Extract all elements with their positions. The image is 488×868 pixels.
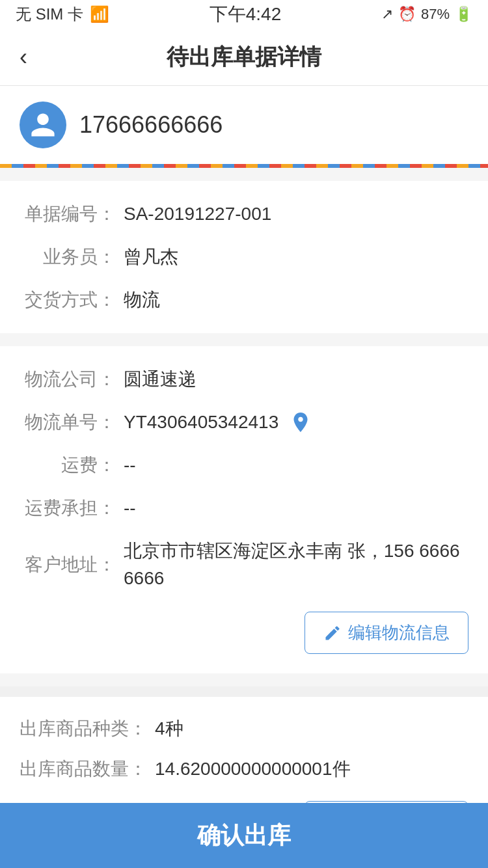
address-row: 客户地址： 北京市市辖区海淀区永丰南 张，156 6666 6666: [20, 537, 468, 592]
address-label: 客户地址：: [20, 551, 124, 578]
section-separator: [0, 686, 488, 697]
salesperson-row: 业务员： 曾凡杰: [20, 243, 468, 271]
confirm-outbound-button[interactable]: 确认出库: [0, 803, 488, 868]
goods-types-row: 出库商品种类： 4种: [20, 716, 468, 741]
alarm-icon: ⏰: [398, 6, 416, 23]
logistics-company-label: 物流公司：: [20, 366, 124, 393]
tracking-row: 物流单号： YT4306405342413: [20, 409, 468, 436]
order-no-label: 单据编号：: [20, 200, 124, 228]
goods-quantity-value: 14.620000000000001件: [155, 757, 468, 781]
logistics-company-value: 圆通速递: [124, 366, 468, 393]
freight-bear-value: --: [124, 495, 468, 522]
tracking-number: YT4306405342413: [124, 409, 278, 436]
address-value: 北京市市辖区海淀区永丰南 张，156 6666 6666: [124, 537, 468, 592]
delivery-value: 物流: [124, 286, 468, 314]
edit-logistics-label: 编辑物流信息: [348, 621, 450, 644]
goods-types-label: 出库商品种类：: [20, 716, 155, 741]
main-content: 17666666666 单据编号： SA-20191227-001 业务员： 曾…: [0, 86, 488, 868]
customer-section: 17666666666: [0, 86, 488, 164]
edit-btn-wrap: 编辑物流信息: [20, 612, 468, 654]
edit-logistics-button[interactable]: 编辑物流信息: [305, 612, 468, 654]
location-status-icon: ↗: [381, 6, 393, 23]
order-no-row: 单据编号： SA-20191227-001: [20, 200, 468, 228]
goods-quantity-row: 出库商品数量： 14.620000000000001件: [20, 757, 468, 781]
edit-icon: [323, 624, 342, 642]
page-title: 待出库单据详情: [167, 42, 321, 72]
tracking-location-icon[interactable]: [289, 411, 312, 434]
dashed-divider: [0, 164, 488, 168]
wifi-icon: 📶: [90, 5, 109, 23]
customer-phone: 17666666666: [79, 111, 223, 139]
freight-value: --: [124, 452, 468, 479]
basic-info-section: 单据编号： SA-20191227-001 业务员： 曾凡杰 交货方式： 物流: [0, 181, 488, 333]
freight-row: 运费： --: [20, 452, 468, 479]
carrier-label: 无 SIM 卡: [16, 4, 83, 25]
tracking-value-wrap: YT4306405342413: [124, 409, 312, 436]
freight-bear-label: 运费承担：: [20, 495, 124, 522]
order-no-value: SA-20191227-001: [124, 200, 468, 228]
delivery-label: 交货方式：: [20, 286, 124, 314]
goods-quantity-label: 出库商品数量：: [20, 757, 155, 781]
status-bar-time: 下午4:42: [210, 2, 282, 27]
status-bar-right: ↗ ⏰ 87% 🔋: [381, 6, 472, 23]
battery-label: 87%: [421, 6, 450, 23]
status-bar-left: 无 SIM 卡 📶: [16, 4, 109, 25]
battery-icon: 🔋: [455, 6, 472, 23]
avatar: [20, 102, 66, 148]
logistics-company-row: 物流公司： 圆通速递: [20, 366, 468, 393]
goods-types-value: 4种: [155, 716, 468, 741]
tracking-label: 物流单号：: [20, 409, 124, 436]
salesperson-label: 业务员：: [20, 243, 124, 271]
nav-bar: ‹ 待出库单据详情: [0, 29, 488, 86]
back-button[interactable]: ‹: [20, 46, 27, 69]
status-bar: 无 SIM 卡 📶 下午4:42 ↗ ⏰ 87% 🔋: [0, 0, 488, 29]
freight-bear-row: 运费承担： --: [20, 495, 468, 522]
logistics-section: 物流公司： 圆通速递 物流单号： YT4306405342413 运费： -- …: [0, 346, 488, 673]
confirm-outbound-label: 确认出库: [197, 820, 291, 852]
delivery-row: 交货方式： 物流: [20, 286, 468, 314]
salesperson-value: 曾凡杰: [124, 243, 468, 271]
freight-label: 运费：: [20, 452, 124, 479]
